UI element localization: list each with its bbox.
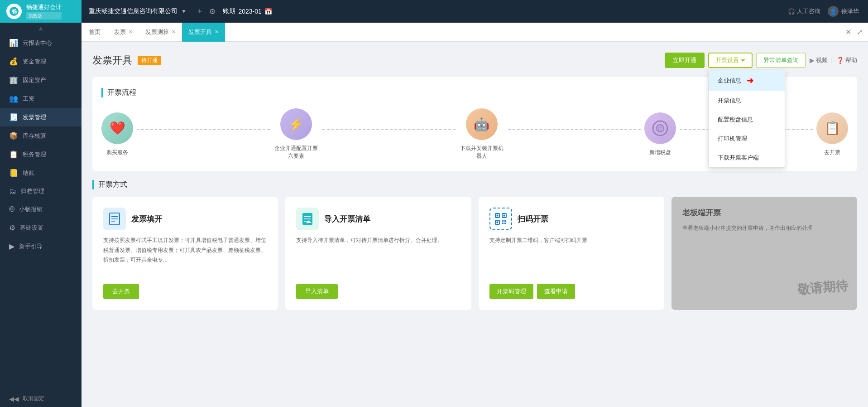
- archive-label: 归档管理: [21, 187, 44, 195]
- content-area: 首页 发票 ✕ 发票测算 ✕ 发票开具 ✕ ✕ ⤢: [82, 23, 868, 407]
- tab-fapiao-kaiju[interactable]: 发票开具 ✕: [182, 23, 225, 42]
- dropdown-item-printer[interactable]: 打印机管理: [709, 129, 785, 148]
- app-wrapper: 畅 畅捷通好会计 旗舰版 重庆畅捷交通信息咨询有限公司 ▼ + ⚙ 账期 202…: [0, 0, 868, 407]
- company-selector[interactable]: 重庆畅捷交通信息咨询有限公司 ▼: [82, 7, 194, 15]
- sidebar: ▲ 📊 云报表中心 💰 资金管理 🏢 固定资产 👥 工资 🧾 发票管理: [0, 23, 82, 407]
- tab-home[interactable]: 首页: [82, 23, 108, 42]
- dropdown-item-download-client[interactable]: 下载开票客户端: [709, 148, 785, 167]
- period-selector[interactable]: 账期 2023-01 📅: [219, 7, 275, 15]
- method-import-desc: 支持导入待开票清单，可对待开票清单进行拆分、合并处理。: [296, 236, 460, 278]
- pin-icon: ◀◀: [9, 395, 19, 402]
- method-import-icon: [296, 208, 319, 230]
- cancel-pin-button[interactable]: ◀◀ 取消固定: [0, 390, 82, 407]
- topbar-right: 🎧 人工咨询 👤 徐泽华: [788, 6, 868, 17]
- settings-icon: ⚙: [9, 223, 15, 232]
- view-apply-btn[interactable]: 查看申请: [537, 284, 575, 299]
- svg-rect-21: [502, 220, 504, 222]
- company-dropdown-icon: ▼: [181, 8, 187, 15]
- assets-label: 固定资产: [23, 76, 46, 84]
- svg-rect-22: [504, 220, 506, 222]
- accounting-label: 结账: [23, 169, 34, 177]
- payroll-icon: 👥: [9, 94, 18, 103]
- tab-fapiao-label: 发票: [114, 28, 126, 36]
- process-step-download: 🤖 下载并安装开票机器人: [459, 108, 504, 160]
- sidebar-scroll-up[interactable]: ▲: [0, 23, 82, 34]
- add-button[interactable]: +: [194, 7, 206, 16]
- invoice-icon: 🧾: [9, 113, 18, 121]
- sidebar-item-archive[interactable]: 🗂 归档管理: [0, 182, 82, 200]
- process-step-buy: ❤️ 购买服务: [101, 112, 133, 156]
- dropdown-item-company-info[interactable]: 企业信息 ➜: [709, 70, 785, 91]
- tab-fapiao-kaiju-close[interactable]: ✕: [215, 29, 219, 35]
- download-client-label: 下载开票客户端: [718, 154, 759, 161]
- sidebar-item-settings[interactable]: ⚙ 基础设置: [0, 218, 82, 237]
- logo-name: 畅捷通好会计: [26, 3, 62, 11]
- sidebar-item-invoice[interactable]: 🧾 发票管理: [0, 108, 82, 126]
- tab-close-btn[interactable]: ✕: [845, 28, 851, 36]
- support-btn[interactable]: 🎧 人工咨询: [788, 7, 820, 15]
- tab-fapiao[interactable]: 发票 ✕: [108, 23, 139, 42]
- svg-rect-19: [503, 215, 505, 217]
- sidebar-item-tax[interactable]: 📋 税务管理: [0, 145, 82, 164]
- go-invoice-btn[interactable]: 去开票: [103, 284, 139, 299]
- settings-dropdown-container: 开票设置 企业信息 ➜ 开票信息: [708, 53, 753, 68]
- support-label: 人工咨询: [797, 7, 820, 15]
- sidebar-item-assets[interactable]: 🏢 固定资产: [0, 71, 82, 89]
- disk-svg: 税 +: [652, 120, 668, 136]
- logo-text-area: 畅捷通好会计 旗舰版: [26, 3, 62, 19]
- header-actions: 立即开通 开票设置 企业信息 ➜: [665, 53, 857, 68]
- tab-bar-actions: ✕ ⤢: [845, 28, 868, 36]
- method-scan-header: 扫码开票: [489, 208, 653, 230]
- activate-button[interactable]: 立即开通: [665, 53, 705, 68]
- main-content: 发票开具 待开通 立即开通 开票设置: [82, 42, 868, 407]
- manual-icon-svg: [108, 212, 121, 226]
- video-btn[interactable]: ▶ 视频: [810, 56, 828, 64]
- sidebar-item-funds[interactable]: 💰 资金管理: [0, 52, 82, 71]
- qr-mgmt-btn[interactable]: 开票码管理: [489, 284, 533, 299]
- assets-icon: 🏢: [9, 76, 18, 84]
- settings-top-icon[interactable]: ⚙: [206, 7, 219, 16]
- sidebar-item-payroll[interactable]: 👥 工资: [0, 89, 82, 108]
- svg-text:+: +: [664, 121, 667, 126]
- logo-badge: 旗舰版: [26, 12, 62, 19]
- process-step-config: ⚡ 企业开通配置开票六要素: [273, 108, 319, 160]
- settings-button[interactable]: 开票设置: [708, 53, 753, 68]
- user-btn[interactable]: 👤 徐泽华: [828, 6, 859, 17]
- payroll-label: 工资: [23, 95, 34, 103]
- exception-button[interactable]: 异常清单查询: [756, 53, 806, 68]
- method-manual-header: 发票填开: [103, 208, 267, 230]
- settings-label: 基础设置: [20, 224, 43, 232]
- method-import-header: 导入开票清单: [296, 208, 460, 230]
- step-buy-icon: ❤️: [101, 112, 133, 144]
- sidebar-item-reports[interactable]: 📊 云报表中心: [0, 34, 82, 52]
- xiaochang-icon: ©: [9, 205, 14, 213]
- tab-fapiao-test[interactable]: 发票测算 ✕: [139, 23, 182, 42]
- dropdown-item-tax-disk[interactable]: 配置税盘信息: [709, 110, 785, 129]
- help-btn[interactable]: ❓ 帮助: [836, 56, 857, 64]
- svg-text:税: 税: [657, 126, 663, 132]
- import-list-btn[interactable]: 导入清单: [296, 284, 338, 299]
- logo-svg: 畅: [9, 6, 19, 16]
- sidebar-item-accounting[interactable]: 📒 结账: [0, 164, 82, 182]
- scan-icon-svg: [494, 213, 507, 225]
- step-open-icon: 📋: [816, 112, 848, 144]
- top-bar: 畅 畅捷通好会计 旗舰版 重庆畅捷交通信息咨询有限公司 ▼ + ⚙ 账期 202…: [0, 0, 868, 23]
- tab-fapiao-close[interactable]: ✕: [129, 29, 133, 35]
- sidebar-item-xiaochang[interactable]: © 小畅报销: [0, 200, 82, 218]
- tab-expand-btn[interactable]: ⤢: [857, 28, 863, 36]
- tab-fapiao-test-close[interactable]: ✕: [172, 29, 176, 35]
- method-manual-actions: 去开票: [103, 284, 267, 299]
- page-header: 发票开具 待开通 立即开通 开票设置: [92, 53, 857, 68]
- status-badge: 待开通: [138, 56, 161, 65]
- period-value: 2023-01: [238, 8, 261, 15]
- xiaochang-label: 小畅报销: [19, 205, 43, 213]
- invoice-label: 发票管理: [23, 113, 46, 121]
- dropdown-item-invoice-info[interactable]: 开票信息: [709, 91, 785, 110]
- svg-rect-23: [502, 223, 504, 224]
- process-step-open: 📋 去开票: [816, 112, 848, 156]
- sidebar-item-guide[interactable]: ▶ 新手引导: [0, 237, 82, 256]
- calendar-icon: 📅: [264, 8, 272, 15]
- step-config-label: 企业开通配置开票六要素: [273, 145, 319, 160]
- help-area: ▶ 视频 | ❓ 帮助: [810, 56, 857, 64]
- sidebar-item-inventory[interactable]: 📦 库存核算: [0, 126, 82, 145]
